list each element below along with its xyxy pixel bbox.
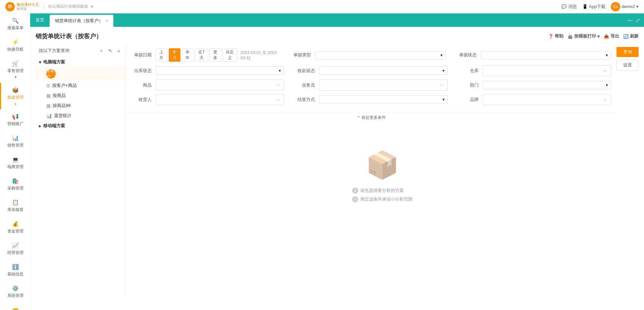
query-btn[interactable]: 查询: [616, 47, 639, 57]
payment-method-select[interactable]: ▾: [319, 95, 447, 104]
export-btn[interactable]: 📤 导出: [604, 33, 619, 39]
sidebar-item-wholesale[interactable]: 📦 批发管理 ▴: [0, 83, 30, 109]
date-this-year-btn[interactable]: 本年: [182, 48, 194, 62]
date-this-month-btn[interactable]: 本月: [169, 48, 180, 62]
filter-row-3: 商品 ··· 业务员 ···: [131, 80, 611, 91]
tab-active[interactable]: 销货单统计表（按客户） ×: [50, 15, 113, 27]
consignee-select[interactable]: ···: [156, 94, 284, 105]
tab-maximize-btn[interactable]: ⤢: [636, 17, 640, 23]
brand-dots-btn[interactable]: ···: [602, 96, 608, 103]
salesperson-select[interactable]: ···: [319, 80, 447, 91]
refresh-btn[interactable]: 🔄 刷新: [623, 33, 639, 39]
message-icon: 💬: [561, 4, 567, 9]
sidebar-item-purchase[interactable]: 🛍️ 采购管理: [0, 174, 30, 195]
payment-status-select[interactable]: ▾: [319, 66, 447, 75]
print-chevron: ▾: [597, 34, 600, 39]
tab-controls: — ⤢: [628, 17, 644, 23]
collab-icon: 🤝: [12, 307, 19, 310]
print-icon: 🖨️: [568, 34, 573, 39]
warehouse-select[interactable]: ···: [483, 65, 611, 76]
filter-area: 单据日期 上月 本月 本年 近7天 更多: [126, 44, 639, 122]
doc-status-label: 单据状态: [457, 52, 477, 58]
top-bar: 好 畅捷通好生意 标准版 | 办公用品行业模拟账套 ▾ 💬 消息 📱 App下载…: [0, 0, 644, 13]
date-7days-btn[interactable]: 近7天: [195, 48, 208, 62]
empty-tips: ① 请先选择要分析的方案 ② 用过滤条件来缩小分析范围: [352, 186, 413, 204]
payment-method-label: 结算方式: [295, 97, 315, 103]
user-profile[interactable]: Ea demo2 ▾: [611, 2, 639, 11]
add-scheme-btn[interactable]: +: [98, 47, 105, 54]
out-status-select[interactable]: ▾: [156, 66, 284, 75]
sidebar-item-operations[interactable]: 📈 经营管理: [0, 238, 30, 260]
filter-fields: 单据日期 上月 本月 本年 近7天 更多: [126, 44, 616, 122]
page-actions: ❓ 帮助 🖨️ 按模板打印 ▾ 📤 导出 �: [548, 33, 639, 39]
tree-item-customer-product[interactable]: ⊞ 按客户+商品: [36, 81, 126, 91]
sidebar-item-finance[interactable]: 💰 资金管理: [0, 217, 30, 238]
ecommerce-icon: 💻: [12, 156, 19, 163]
tree-item-return-stats[interactable]: 📊 退货统计: [36, 111, 126, 121]
product-label: 商品: [131, 82, 152, 88]
sidebar-item-ecommerce[interactable]: 💻 电商管理: [0, 152, 30, 174]
logo-text: 畅捷通好生意 标准版: [17, 2, 39, 11]
consignee-dots-btn[interactable]: ···: [275, 96, 281, 103]
finance-icon: 💰: [12, 221, 19, 227]
collapse-bar[interactable]: ⌃ 收起更多条件: [126, 113, 616, 122]
department-label: 部门: [459, 82, 479, 88]
tab-minimize-btn[interactable]: —: [628, 17, 633, 23]
filter-row-1: 单据日期 上月 本月 本年 近7天 更多: [131, 48, 611, 62]
retail-icon: 🛒: [12, 60, 19, 67]
date-more-btn[interactable]: 更多: [210, 48, 221, 62]
help-btn[interactable]: ❓ 帮助: [548, 33, 564, 39]
warehouse-dots-btn[interactable]: ···: [602, 67, 608, 74]
sidebar-item-nav[interactable]: ⚡ 快捷导航: [0, 35, 30, 56]
date-custom-btn[interactable]: 自定义: [223, 48, 237, 62]
filter-panel: 单据日期 上月 本月 本年 近7天 更多: [126, 44, 616, 113]
sidebar-item-retail[interactable]: 🛒 零售管理 ▾: [0, 56, 30, 83]
tree-collapse-icon: ▸: [39, 123, 41, 128]
tree-section-mobile[interactable]: ▸ 移动端方案: [36, 121, 126, 131]
message-action[interactable]: 💬 消息: [561, 4, 577, 10]
top-bar-right: 💬 消息 📱 App下载 Ea demo2 ▾: [561, 2, 639, 11]
setup-btn[interactable]: 设置: [616, 60, 639, 70]
edit-scheme-btn[interactable]: ✎: [106, 47, 114, 54]
date-prev-month-btn[interactable]: 上月: [156, 48, 167, 62]
chevron-down-icon: ▾: [442, 97, 445, 102]
product-dots-btn[interactable]: ···: [275, 81, 281, 89]
breadcrumb-arrow[interactable]: ▾: [91, 4, 93, 9]
tree-item-product99[interactable]: ▦ 按商品99: [36, 101, 126, 111]
tip-item-1: ① 请先选择要分析的方案: [352, 186, 413, 195]
tab-home[interactable]: 首页: [30, 13, 50, 27]
tree-item-product[interactable]: ▦ 按商品: [36, 91, 126, 101]
nav-icon: ⚡: [12, 39, 19, 45]
sidebar-item-search[interactable]: 🔍 搜索菜单: [0, 13, 30, 35]
sidebar-item-marketing[interactable]: 📢 营销推广: [0, 109, 30, 131]
right-panel: 单据日期 上月 本月 本年 近7天 更多: [126, 44, 639, 297]
sidebar-item-sales[interactable]: 📊 销售管理: [0, 131, 30, 152]
tip-item-2: ② 用过滤条件来缩小分析范围: [352, 195, 413, 204]
expand-icon: ▾: [15, 75, 16, 79]
brand-select[interactable]: ···: [483, 94, 611, 105]
collapse-panel-btn[interactable]: «: [115, 47, 122, 54]
tree-item-by-customer[interactable]: 按客户: [36, 67, 126, 81]
sidebar-item-inventory[interactable]: 📋 库存核算: [0, 195, 30, 217]
sidebar-item-basic[interactable]: ℹ️ 基础信息: [0, 260, 30, 281]
left-panel-actions: + ✎ «: [98, 47, 122, 54]
tip-num-2: ②: [352, 196, 358, 202]
page-header: 销货单统计表（按客户） ❓ 帮助 🖨️ 按模板打印 ▾ 📤: [36, 32, 639, 40]
doc-status-select[interactable]: ▾: [481, 51, 611, 59]
chevron-down-icon: ▾: [636, 4, 639, 9]
app-download-action[interactable]: 📱 App下载: [582, 4, 605, 10]
sidebar-item-system[interactable]: ⚙️ 系统管理: [0, 281, 30, 303]
tab-bar: 首页 销货单统计表（按客户） × — ⤢: [30, 13, 644, 27]
tab-close-btn[interactable]: ×: [106, 18, 108, 23]
warehouse-label: 仓库: [459, 68, 479, 74]
date-control: 上月 本月 本年 近7天 更多 自定义 2023-03-01 至 20: [156, 48, 280, 62]
consignee-label: 收货人: [131, 97, 152, 103]
tree-section-pc[interactable]: ▾ 电脑端方案: [36, 57, 126, 67]
product-select[interactable]: ···: [156, 80, 284, 91]
print-btn[interactable]: 🖨️ 按模板打印 ▾: [568, 33, 600, 39]
salesperson-dots-btn[interactable]: ···: [438, 81, 445, 89]
marketing-icon: 📢: [12, 113, 19, 120]
doc-type-select[interactable]: ▾: [315, 51, 445, 59]
sidebar-item-collab[interactable]: 🤝 企业协同: [0, 303, 30, 310]
department-select[interactable]: ▾: [483, 81, 611, 89]
